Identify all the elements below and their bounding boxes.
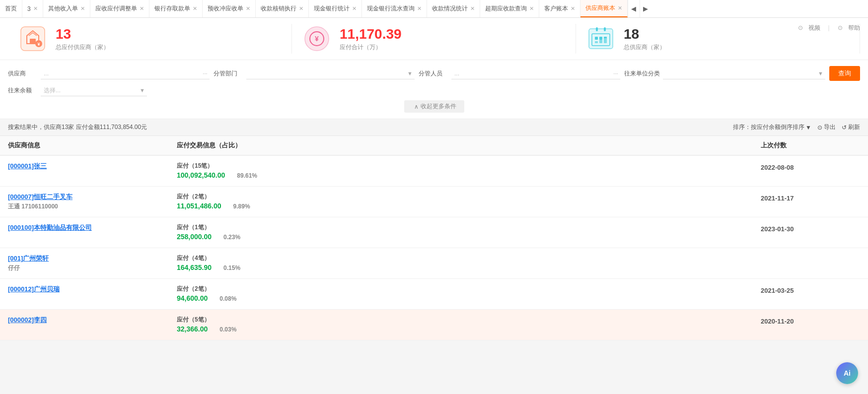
table-row[interactable]: [000012]广州贝瑞 应付（2笔） 94,600.00 0.08% 2021… (0, 279, 868, 310)
trans-amount[interactable]: 32,366.00 (177, 325, 208, 333)
lastpay-cell (761, 254, 860, 256)
close-icon[interactable]: ✕ (33, 5, 38, 12)
supplier-link[interactable]: [001]广州荣轩 (8, 254, 177, 263)
sort-button[interactable]: 排序：按应付余额倒序排序 ▼ (733, 123, 811, 131)
dept-dropdown-icon[interactable]: ▼ (407, 70, 413, 76)
supplier-cell: [000012]广州贝瑞 (8, 285, 177, 294)
col-header-transaction: 应付交易信息（占比） (177, 141, 761, 150)
payable-suppliers-number: 13 (56, 26, 109, 43)
nav-prev-arrow[interactable]: ◀ (628, 0, 640, 18)
nav-label: 供应商账本 (585, 4, 615, 12)
supplier-link[interactable]: [000007]恒旺二手叉车 (8, 193, 177, 201)
balance-dropdown-icon[interactable]: ▼ (140, 87, 145, 93)
table-row[interactable]: [001]广州荣轩 仔仔 应付（4笔） 164,635.90 0.15% (0, 248, 868, 279)
close-icon[interactable]: ✕ (299, 5, 303, 12)
supplier-link[interactable]: [000001]张三 (8, 162, 177, 171)
supplier-input[interactable] (41, 68, 210, 79)
category-filter-label: 往来单位分类 (624, 69, 660, 78)
svg-rect-12 (595, 41, 598, 43)
transaction-cell: 应付（15笔） 100,092,540.00 89.61% (177, 162, 761, 180)
svg-rect-15 (596, 27, 598, 31)
nav-item-prepay-ar[interactable]: 预收冲应收单 ✕ (203, 0, 256, 17)
filter-balance: 往来余额 ▼ (8, 85, 147, 96)
svg-rect-14 (604, 38, 607, 43)
trans-amount-row: 164,635.90 0.15% (177, 263, 761, 272)
transaction-cell: 应付（5笔） 32,366.00 0.03% (177, 316, 761, 334)
close-icon[interactable]: ✕ (246, 5, 250, 12)
trans-amount[interactable]: 11,051,486.00 (177, 202, 221, 210)
table-row[interactable]: [000007]恒旺二手叉车 王通 17106110000 应付（2笔） 11,… (0, 187, 868, 217)
summary-card-payable-suppliers: ¥ 13 总应付供应商（家） (8, 24, 292, 54)
nav-item-customer-ledger[interactable]: 客户账本 ✕ (539, 0, 580, 17)
nav-item-payment-verify[interactable]: 收款核销执行 ✕ (256, 0, 309, 17)
dept-input[interactable] (246, 68, 415, 79)
trans-amount[interactable]: 94,600.00 (177, 294, 208, 302)
trans-amount[interactable]: 100,092,540.00 (177, 171, 225, 179)
video-help-link[interactable]: 视频 (808, 24, 820, 31)
lastpay-cell: 2021-03-25 (761, 285, 860, 294)
collapse-button[interactable]: ∧ 收起更多条件 (404, 100, 464, 113)
close-icon[interactable]: ✕ (352, 5, 357, 12)
close-icon[interactable]: ✕ (618, 5, 622, 11)
refresh-button[interactable]: ↺ 刷新 (842, 123, 860, 131)
nav-label: 客户账本 (544, 4, 568, 13)
table-row[interactable]: [000100]本特勤油品有限公司 应付（1笔） 258,000.00 0.23… (0, 217, 868, 248)
svg-rect-10 (599, 37, 602, 40)
nav-item-tab3[interactable]: 3 ✕ (22, 0, 43, 17)
filter-row-2: 往来余额 ▼ (8, 85, 860, 96)
transaction-cell: 应付（1笔） 258,000.00 0.23% (177, 223, 761, 242)
balance-select[interactable] (41, 85, 147, 96)
export-label: 导出 (824, 123, 836, 131)
nav-item-recv-stat[interactable]: 收款情况统计 ✕ (427, 0, 480, 17)
close-icon[interactable]: ✕ (80, 5, 85, 12)
table-body: [000001]张三 应付（15笔） 100,092,540.00 89.61%… (0, 156, 868, 340)
trans-percent: 0.15% (223, 264, 240, 271)
trans-amount[interactable]: 258,000.00 (177, 233, 212, 241)
transaction-cell: 应付（2笔） 11,051,486.00 9.89% (177, 193, 761, 211)
nav-item-cash-bank-flow[interactable]: 现金银行流水查询 ✕ (362, 0, 427, 17)
nav-item-overdue-ar[interactable]: 超期应收款查询 ✕ (480, 0, 539, 17)
person-input[interactable] (451, 68, 620, 79)
nav-item-home[interactable]: 首页 (0, 0, 22, 17)
supplier-link[interactable]: [000002]李四 (8, 316, 177, 325)
dept-filter-label: 分管部门 (214, 69, 243, 78)
supplier-cell: [001]广州荣轩 仔仔 (8, 254, 177, 272)
help-link[interactable]: 帮助 (848, 24, 860, 31)
svg-rect-16 (604, 27, 606, 31)
close-icon[interactable]: ✕ (470, 5, 475, 12)
close-icon[interactable]: ✕ (140, 5, 144, 12)
category-input[interactable] (663, 68, 826, 79)
close-icon[interactable]: ✕ (571, 5, 575, 12)
trans-amount[interactable]: 164,635.90 (177, 263, 212, 271)
trans-label: 应付（2笔） (177, 193, 761, 201)
summary-section: ¥ 13 总应付供应商（家） ¥ 11,170.39 应付合计（万） (0, 18, 868, 60)
table-row[interactable]: [000002]李四 应付（5笔） 32,366.00 0.03% 2020-1… (0, 310, 868, 340)
nav-item-supplier-ledger[interactable]: 供应商账本 ✕ (580, 0, 628, 17)
nav-item-cash-bank-stat[interactable]: 现金银行统计 ✕ (309, 0, 362, 17)
filter-person: 分管人员 ··· (419, 68, 620, 79)
export-button[interactable]: ⊙ 导出 (817, 123, 836, 131)
table-header: 供应商信息 应付交易信息（占比） 上次付数 (0, 136, 868, 156)
close-icon[interactable]: ✕ (193, 5, 197, 12)
nav-label: 现金银行流水查询 (367, 4, 415, 13)
payable-amount-label: 应付合计（万） (340, 43, 402, 52)
category-dropdown-icon[interactable]: ▼ (818, 70, 823, 76)
nav-item-bank-deposit[interactable]: 银行存取款单 ✕ (149, 0, 203, 17)
query-button[interactable]: 查询 (829, 66, 860, 81)
nav-next-arrow[interactable]: ▶ (640, 0, 651, 18)
supplier-cell: [000001]张三 (8, 162, 177, 171)
nav-item-other-income[interactable]: 其他收入单 ✕ (43, 0, 90, 17)
nav-label: 现金银行统计 (314, 4, 350, 13)
close-icon[interactable]: ✕ (417, 5, 422, 12)
svg-text:¥: ¥ (37, 42, 40, 47)
nav-item-ar-ap-adjust[interactable]: 应收应付调整单 ✕ (90, 0, 149, 17)
supplier-link[interactable]: [000012]广州贝瑞 (8, 285, 177, 294)
result-bar-right: 排序：按应付余额倒序排序 ▼ ⊙ 导出 ↺ 刷新 (733, 123, 860, 131)
trans-percent: 0.23% (223, 234, 240, 241)
category-input-wrap: ▼ (663, 68, 826, 79)
table-row[interactable]: [000001]张三 应付（15笔） 100,092,540.00 89.61%… (0, 156, 868, 187)
lastpay-cell: 2023-01-30 (761, 223, 860, 233)
lastpay-cell: 2021-11-17 (761, 193, 860, 202)
close-icon[interactable]: ✕ (529, 5, 534, 12)
supplier-link[interactable]: [000100]本特勤油品有限公司 (8, 223, 177, 232)
